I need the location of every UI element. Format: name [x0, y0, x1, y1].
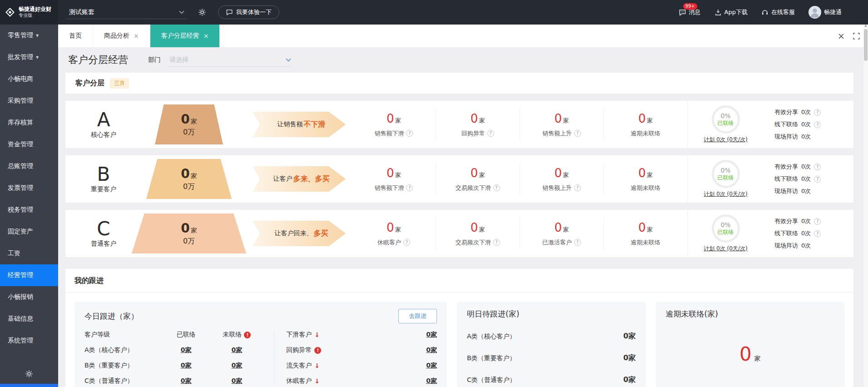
overdue-panel: 逾期未联络(家) 0家 — [656, 302, 845, 387]
sidebar-item-inventory[interactable]: 库存核算 — [0, 112, 58, 134]
stat-value: 0 — [387, 221, 394, 234]
chevron-down-icon: ▼ — [36, 55, 39, 60]
risk-value-link[interactable]: 0家 — [426, 331, 437, 339]
funnel-shape: 0家 0万 — [125, 159, 253, 199]
help-icon[interactable]: ? — [406, 184, 413, 191]
help-icon[interactable]: ? — [574, 184, 581, 191]
help-icon[interactable]: ? — [403, 239, 410, 246]
experience-label: 我要体验一下 — [236, 8, 272, 16]
app-download-button[interactable]: App下载 — [714, 8, 748, 16]
stat-col: 0家 交易频次下滑? — [436, 163, 520, 196]
sidebar-item-salary[interactable]: 工资 — [0, 243, 58, 264]
stat-label: 销售额下滑 — [374, 129, 404, 138]
tier-row-b: B 重要客户 0家 0万 让客户多来、多买 0家 销售额下滑? 0家 交易 — [65, 155, 853, 203]
top-bar: 畅捷通好业财 专业版 测试账套 我要体验一下 99+ 消息 App下载 — [0, 0, 868, 25]
dept-select[interactable]: 请选择 — [168, 54, 292, 67]
help-icon[interactable]: ? — [574, 130, 581, 137]
sidebar-gear-icon[interactable] — [0, 364, 58, 384]
sidebar-item-operations[interactable]: 经营管理 — [0, 264, 58, 286]
sidebar-item-tax[interactable]: 税务管理 — [0, 199, 58, 221]
contacted-value-link[interactable]: 0家 — [161, 362, 212, 370]
plan-link[interactable]: 计划 0次 (0天/次) — [688, 190, 764, 198]
risk-value-link[interactable]: 0家 — [426, 346, 437, 354]
stat-label: 回购异常 — [461, 129, 485, 138]
online-service-button[interactable]: 在线客服 — [761, 8, 795, 16]
risk-label: 回购异常 — [286, 346, 312, 354]
contacted-value-link[interactable]: 0家 — [161, 346, 212, 354]
stat-col: 0家 已激活客户? — [520, 217, 604, 250]
user-menu[interactable]: 畅捷通 — [808, 6, 842, 19]
side-stat-value: 0次 — [801, 163, 811, 171]
sidebar-item-ecommerce[interactable]: 小畅电商 — [0, 68, 58, 90]
risk-value-link[interactable]: 0家 — [426, 377, 437, 385]
sidebar-item-funds[interactable]: 资金管理 — [0, 134, 58, 155]
close-all-tabs-icon[interactable]: × — [838, 32, 845, 40]
tier-amount: 0 — [183, 128, 188, 136]
experience-button[interactable]: 我要体验一下 — [218, 5, 279, 19]
brand-logo: 畅捷通好业财 专业版 — [0, 0, 58, 25]
message-icon — [679, 9, 686, 16]
today-followup-title: 今日跟进（家） — [84, 311, 139, 322]
sidebar-item-system[interactable]: 系统管理 — [0, 330, 58, 352]
close-icon[interactable]: × — [134, 32, 139, 40]
help-icon[interactable]: ? — [814, 218, 821, 225]
sidebar-item-label: 经营管理 — [8, 271, 33, 279]
stat-label: 逾期未联络 — [631, 184, 660, 192]
account-set-value: 测试账套 — [69, 8, 94, 16]
side-stat-value: 0次 — [801, 217, 811, 225]
stat-value: 0 — [555, 166, 562, 180]
sidebar-item-retail[interactable]: 零售管理▼ — [0, 25, 58, 46]
month-tag[interactable]: 三月 — [110, 78, 129, 89]
col-header-uncontacted: 未联络 — [223, 331, 242, 339]
tomorrow-followup-title: 明日待跟进(家) — [467, 309, 636, 319]
side-stat-label: 线下联络 — [774, 120, 798, 129]
dept-label: 部门 — [148, 56, 161, 64]
risk-value-link[interactable]: 0家 — [426, 362, 437, 370]
help-icon[interactable]: ? — [814, 164, 821, 170]
close-icon[interactable]: × — [203, 32, 209, 40]
settings-gear-icon[interactable] — [198, 8, 206, 16]
help-icon[interactable]: ? — [406, 130, 413, 137]
uncontacted-value-link[interactable]: 0家 — [212, 377, 263, 385]
stat-label: 交易频次下滑 — [456, 238, 491, 247]
stat-label: 交易频次下滑 — [456, 184, 491, 192]
uncontacted-value-link[interactable]: 0家 — [212, 346, 263, 354]
sidebar-item-fixed-assets[interactable]: 固定资产 — [0, 221, 58, 243]
segmentation-header: 客户分层 三月 — [65, 73, 853, 94]
sidebar-item-general-ledger[interactable]: 总账管理 — [0, 155, 58, 177]
sidebar-item-purchase[interactable]: 采购管理 — [0, 90, 58, 112]
help-icon[interactable]: ? — [814, 230, 821, 237]
progress-percent: 0% — [720, 221, 730, 228]
sidebar-item-basic-info[interactable]: 基础信息 — [0, 308, 58, 330]
stat-value: 0 — [638, 112, 646, 125]
help-icon[interactable]: ? — [814, 176, 821, 183]
scrollbar-thumb[interactable] — [864, 29, 868, 61]
plan-link[interactable]: 计划 0次 (0天/次) — [688, 245, 764, 253]
followup-section: 我的跟进 今日跟进（家） 去跟进 客户等级 已联络 未联络! A类（核心客户） … — [65, 269, 853, 387]
plan-link[interactable]: 计划 0次 (0天/次) — [688, 136, 764, 144]
sidebar-item-invoice[interactable]: 发票管理 — [0, 177, 58, 199]
uncontacted-value-link[interactable]: 0家 — [212, 362, 263, 370]
stat-col: 0家 销售额下滑? — [352, 108, 436, 141]
progress-status: 已联络 — [718, 174, 734, 182]
contacted-value-link[interactable]: 0家 — [161, 377, 212, 385]
tab-product-analysis[interactable]: 商品分析× — [93, 25, 150, 47]
help-icon[interactable]: ? — [814, 121, 821, 128]
fullscreen-icon[interactable] — [853, 33, 860, 40]
help-icon[interactable]: ? — [493, 239, 500, 246]
tab-home[interactable]: 首页 — [58, 25, 93, 47]
account-set-select[interactable]: 测试账套 — [65, 6, 187, 19]
go-followup-button[interactable]: 去跟进 — [398, 309, 437, 323]
sidebar-item-label: 发票管理 — [8, 184, 33, 192]
help-icon[interactable]: ? — [487, 130, 494, 137]
help-icon[interactable]: ? — [574, 239, 581, 246]
messages-button[interactable]: 99+ 消息 — [679, 8, 701, 16]
help-icon[interactable]: ? — [493, 184, 500, 191]
sidebar-item-reimbursement[interactable]: 小畅报销 — [0, 286, 58, 308]
overdue-title: 逾期未联络(家) — [666, 309, 835, 319]
sidebar-item-wholesale[interactable]: 批发管理▼ — [0, 46, 58, 68]
slogan-arrow: 让销售额不下滑 — [253, 112, 346, 137]
help-icon[interactable]: ? — [814, 109, 821, 116]
tab-customer-segmentation[interactable]: 客户分层经营× — [150, 25, 220, 47]
stat-label: 销售额上升 — [542, 129, 572, 138]
